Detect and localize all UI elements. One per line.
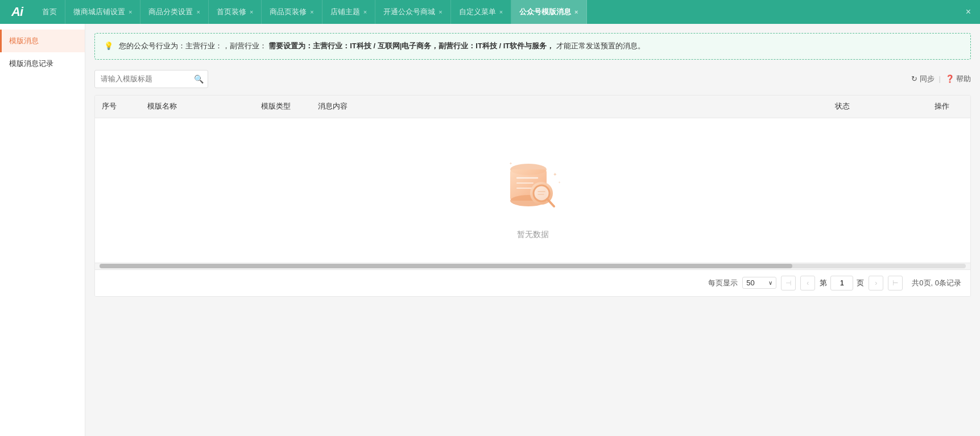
empty-illustration: ✦ ✦ ✦ [499, 152, 567, 221]
search-input[interactable] [94, 70, 208, 88]
th-action: 操作 [913, 101, 970, 111]
prev-page-button[interactable]: ‹ [800, 276, 815, 290]
nav-tab-home-decor[interactable]: 首页装修× [209, 0, 262, 24]
search-left: 🔍 [94, 70, 208, 88]
sidebar-item-template-message[interactable]: 模版消息 [0, 30, 85, 52]
nav-tab-shop-theme[interactable]: 店铺主题× [322, 0, 375, 24]
first-page-button[interactable]: ⊣ [781, 276, 796, 290]
close-tab-shop-theme[interactable]: × [363, 9, 367, 15]
sync-button[interactable]: ↻ 同步 [911, 74, 934, 84]
notice-suffix: 才能正常发送预置的消息。 [556, 41, 645, 50]
empty-state: ✦ ✦ ✦ 暂无数据 [95, 118, 970, 263]
data-table: 序号 模版名称 模版类型 消息内容 状态 操作 [94, 95, 971, 297]
close-tab-category[interactable]: × [196, 9, 200, 15]
nav-tab-open-mall[interactable]: 开通公众号商城× [375, 0, 450, 24]
notice-highlight: 需要设置为：主营行业：IT科技 / 互联网|电子商务，副营行业：IT科技 / I… [268, 41, 554, 50]
sync-label: 同步 [920, 74, 934, 84]
close-all-tabs-button[interactable]: × [957, 7, 980, 17]
next-page-button[interactable]: › [869, 276, 883, 290]
page-size-value: 50 [746, 279, 754, 287]
sidebar-item-template-record[interactable]: 模版消息记录 [0, 52, 85, 75]
empty-text: 暂无数据 [517, 230, 549, 240]
page-label-pre: 第 [820, 278, 827, 288]
close-tab-open-mall[interactable]: × [439, 9, 442, 15]
page-label-post: 页 [857, 278, 864, 288]
brand-logo: Ai [0, 0, 34, 24]
main-layout: 模版消息模版消息记录 💡 您的公众号行业为：主营行业：，副营行业： 需要设置为：… [0, 24, 980, 436]
svg-text:✦: ✦ [553, 172, 557, 177]
notice-prefix: 您的公众号行业为：主营行业：，副营行业： [119, 41, 267, 50]
total-info: 共0页, 0条记录 [912, 278, 961, 288]
help-label: 帮助 [956, 74, 971, 84]
th-status: 状态 [828, 101, 913, 111]
table-header: 序号 模版名称 模版类型 消息内容 状态 操作 [95, 95, 970, 118]
close-tab-home-decor[interactable]: × [250, 9, 253, 15]
th-name: 模版名称 [140, 101, 254, 111]
nav-tab-custom-menu[interactable]: 自定义菜单× [451, 0, 511, 24]
nav-tab-home[interactable]: 首页 [34, 0, 65, 24]
page-number-input[interactable] [830, 276, 853, 290]
hint-icon: 💡 [104, 41, 113, 50]
pagination: 每页显示 50 ∨ ⊣ ‹ 第 页 › ⊢ 共0页, 0条记录 [95, 269, 970, 296]
industry-notice: 💡 您的公众号行业为：主营行业：，副营行业： 需要设置为：主营行业：IT科技 /… [94, 33, 971, 60]
close-tab-micro-shop[interactable]: × [129, 9, 132, 15]
scrollbar-thumb [100, 264, 792, 268]
top-nav: Ai 首页微商城店铺设置×商品分类设置×首页装修×商品页装修×店铺主题×开通公众… [0, 0, 980, 24]
last-page-button[interactable]: ⊢ [888, 276, 903, 290]
sync-icon: ↻ [911, 74, 917, 83]
th-content: 消息内容 [311, 101, 828, 111]
page-size-dropdown-icon: ∨ [768, 280, 772, 286]
nav-tab-product-decor[interactable]: 商品页装修× [262, 0, 322, 24]
nav-tab-micro-shop[interactable]: 微商城店铺设置× [65, 0, 140, 24]
svg-text:✦: ✦ [558, 181, 561, 184]
horizontal-scrollbar[interactable] [95, 263, 970, 269]
search-bar: 🔍 ↻ 同步 | ❓ 帮助 [94, 70, 971, 88]
close-tab-product-decor[interactable]: × [310, 9, 313, 15]
th-seq: 序号 [95, 101, 140, 111]
page-input-wrap: 第 页 [820, 276, 864, 290]
th-type: 模版类型 [254, 101, 311, 111]
nav-tab-template-msg[interactable]: 公众号模版消息× [511, 0, 586, 24]
search-right: ↻ 同步 | ❓ 帮助 [911, 74, 971, 84]
help-icon: ❓ [945, 74, 954, 83]
search-icon[interactable]: 🔍 [194, 74, 204, 84]
page-size-label: 每页显示 [708, 278, 738, 288]
help-button[interactable]: ❓ 帮助 [945, 74, 971, 84]
svg-text:✦: ✦ [509, 161, 512, 165]
scrollbar-track [100, 264, 966, 268]
nav-tab-category[interactable]: 商品分类设置× [140, 0, 208, 24]
search-input-wrap: 🔍 [94, 70, 208, 88]
main-content: 💡 您的公众号行业为：主营行业：，副营行业： 需要设置为：主营行业：IT科技 /… [85, 24, 980, 436]
sidebar: 模版消息模版消息记录 [0, 24, 85, 436]
close-tab-template-msg[interactable]: × [574, 9, 578, 15]
close-tab-custom-menu[interactable]: × [499, 9, 503, 15]
divider: | [939, 74, 941, 83]
page-size-select[interactable]: 50 ∨ [742, 277, 776, 289]
